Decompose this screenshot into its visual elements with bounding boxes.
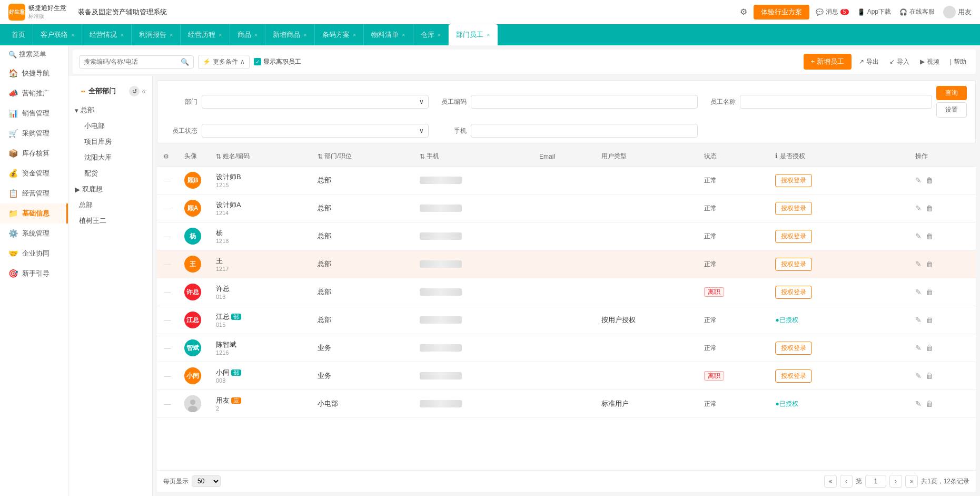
dept-item-zhishu[interactable]: 植树王二 [68, 213, 152, 229]
sidebar-item-operation[interactable]: 📋 经营管理 [0, 183, 68, 203]
more-filter-button[interactable]: ⚡ 更多条件 ∧ [198, 55, 250, 69]
close-icon[interactable]: × [254, 32, 258, 38]
search-input[interactable] [84, 58, 179, 65]
sidebar-item-purchase[interactable]: 🛒 采购管理 [0, 123, 68, 143]
delete-icon[interactable]: 🗑 [926, 316, 933, 324]
dept-sub-item-peihuo[interactable]: 配货 [68, 166, 152, 181]
show-resigned-toggle[interactable]: ✓ 显示离职员工 [254, 57, 301, 66]
dept-group-title-head[interactable]: ▾ 总部 [68, 102, 152, 118]
edit-icon[interactable]: ✎ [915, 176, 922, 184]
tab-warehouse[interactable]: 仓库× [413, 24, 449, 45]
close-icon[interactable]: × [71, 32, 74, 38]
close-icon[interactable]: × [219, 32, 222, 38]
row-auth-cell[interactable]: ●已授权 [769, 390, 877, 418]
view-button[interactable]: ▶ 视频 [917, 55, 943, 69]
delete-icon[interactable]: 🗑 [926, 288, 933, 296]
phone-filter-input[interactable] [471, 124, 698, 138]
row-auth-cell[interactable]: 授权登录 [769, 334, 877, 362]
row-auth-cell[interactable]: ●已授权 [769, 306, 877, 334]
sidebar-item-sales[interactable]: 📊 销售管理 [0, 103, 68, 123]
set-button[interactable]: 设置 [936, 102, 967, 118]
auth-button[interactable]: 授权登录 [775, 202, 812, 215]
delete-icon[interactable]: 🗑 [926, 232, 933, 240]
edit-icon[interactable]: ✎ [915, 204, 922, 212]
close-icon[interactable]: × [170, 32, 173, 38]
close-icon[interactable]: × [487, 32, 490, 38]
dept-group-title-shuanglu[interactable]: ▶ 双鹿想 [68, 181, 152, 197]
close-icon[interactable]: × [120, 32, 123, 38]
page-size-select[interactable]: 50 20 100 [192, 475, 221, 487]
dept-sub-item-project[interactable]: 项目库房 [68, 134, 152, 150]
tab-profit[interactable]: 利润报告× [132, 24, 181, 45]
close-icon[interactable]: × [303, 32, 306, 38]
status-filter-select[interactable]: ∨ [202, 124, 429, 138]
delete-icon[interactable]: 🗑 [926, 372, 933, 380]
th-phone[interactable]: ⇅手机 [413, 147, 533, 167]
app-download-button[interactable]: 📱 App下载 [857, 7, 891, 16]
tab-home[interactable]: 首页 [4, 24, 33, 45]
close-icon[interactable]: × [402, 32, 405, 38]
edit-icon[interactable]: ✎ [915, 260, 922, 268]
sidebar-item-nav[interactable]: 🏠 快捷导航 [0, 63, 68, 83]
online-service-button[interactable]: 🎧 在线客服 [899, 7, 935, 16]
auth-button[interactable]: 授权登录 [775, 369, 812, 383]
empname-filter-input[interactable] [740, 95, 932, 109]
dept-sub-item-shenyang[interactable]: 沈阳大库 [68, 150, 152, 166]
delete-icon[interactable]: 🗑 [926, 400, 933, 408]
row-auth-cell[interactable]: 授权登录 [769, 194, 877, 222]
tab-operation[interactable]: 经营情况× [82, 24, 131, 45]
sidebar-item-collab[interactable]: 🤝 企业协同 [0, 244, 68, 264]
empcode-filter-input[interactable] [471, 95, 698, 109]
sidebar-item-guide[interactable]: 🎯 新手引导 [0, 264, 68, 284]
delete-icon[interactable]: 🗑 [926, 344, 933, 352]
delete-icon[interactable]: 🗑 [926, 176, 933, 184]
sidebar-item-system[interactable]: ⚙️ 系统管理 [0, 223, 68, 244]
prev-page-button[interactable]: ‹ [840, 475, 853, 488]
dept-refresh-button[interactable]: ↺ [129, 86, 140, 96]
auth-button[interactable]: 授权登录 [775, 286, 812, 299]
tab-goods[interactable]: 商品× [230, 24, 265, 45]
row-auth-cell[interactable]: 授权登录 [769, 362, 877, 390]
tab-add-goods[interactable]: 新增商品× [265, 24, 314, 45]
edit-icon[interactable]: ✎ [915, 372, 922, 380]
auth-button[interactable]: 授权登录 [775, 342, 812, 355]
auth-button[interactable]: 授权登录 [775, 230, 812, 243]
last-page-button[interactable]: » [905, 475, 918, 488]
sidebar-item-inventory[interactable]: 📦 库存核算 [0, 143, 68, 163]
auth-button[interactable]: 授权登录 [775, 174, 812, 187]
row-auth-cell[interactable]: 授权登录 [769, 167, 877, 194]
gear-icon[interactable]: ⚙ [740, 7, 747, 17]
edit-icon[interactable]: ✎ [915, 288, 922, 296]
delete-icon[interactable]: 🗑 [926, 260, 933, 268]
delete-icon[interactable]: 🗑 [926, 204, 933, 212]
dept-all[interactable]: ▪▪ 全部部门 [75, 83, 122, 99]
search-menu[interactable]: 🔍 搜索菜单 [0, 45, 68, 63]
row-auth-cell[interactable]: 授权登录 [769, 250, 877, 278]
user-area[interactable]: 用友 [943, 6, 972, 18]
dept-sub-item-xiao[interactable]: 小电部 [68, 118, 152, 134]
export-button[interactable]: ↗ 导出 [856, 55, 882, 69]
dept-filter-select[interactable]: ∨ [202, 95, 429, 109]
trial-button[interactable]: 体验行业方案 [754, 5, 809, 20]
th-name[interactable]: ⇅姓名/编码 [210, 147, 311, 167]
tab-barcode[interactable]: 条码方案× [315, 24, 364, 45]
row-auth-cell[interactable]: 授权登录 [769, 222, 877, 250]
th-settings[interactable]: ⚙ [157, 147, 178, 167]
import-button[interactable]: ↙ 导入 [886, 55, 913, 69]
sidebar-item-basic[interactable]: 📁 基础信息 [0, 203, 68, 223]
message-button[interactable]: 💬 消息 5 [816, 7, 849, 16]
tab-bom[interactable]: 物料清单× [364, 24, 413, 45]
edit-icon[interactable]: ✎ [915, 232, 922, 240]
close-icon[interactable]: × [438, 32, 441, 38]
dept-item-head2[interactable]: 总部 [68, 197, 152, 213]
add-employee-button[interactable]: + 新增员工 [804, 54, 852, 70]
tab-customer[interactable]: 客户联络× [33, 24, 82, 45]
dept-collapse-button[interactable]: « [142, 87, 146, 95]
search-box[interactable]: 🔍 [79, 55, 194, 69]
tab-employees[interactable]: 部门员工× [449, 24, 498, 45]
help-button[interactable]: | 帮助 [947, 55, 969, 69]
auth-button[interactable]: 授权登录 [775, 258, 812, 271]
edit-icon[interactable]: ✎ [915, 316, 922, 324]
edit-icon[interactable]: ✎ [915, 400, 922, 408]
sidebar-item-marketing[interactable]: 📣 营销推广 [0, 83, 68, 103]
